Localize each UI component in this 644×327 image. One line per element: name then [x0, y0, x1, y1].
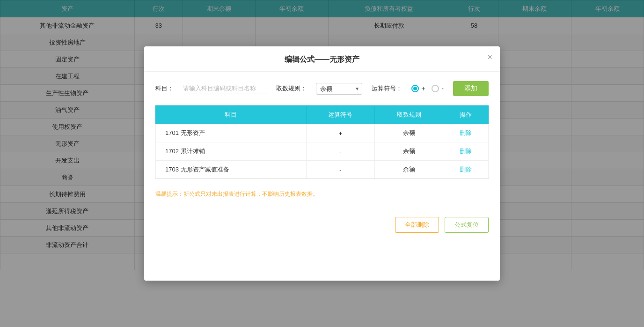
formula-subject: 1702 累计摊销 — [156, 142, 307, 161]
operator-minus-circle — [432, 85, 439, 92]
th-subject: 科目 — [156, 106, 307, 124]
modal-dialog: 编辑公式——无形资产 × 科目： 取数规则： 余额 借方发生额 贷方发生额 ▼ … — [144, 46, 500, 281]
tip-prefix: 温馨提示： — [155, 191, 183, 197]
add-button[interactable]: 添加 — [453, 81, 489, 96]
th-operator: 运算符号 — [306, 106, 374, 124]
th-rule: 取数规则 — [375, 106, 443, 124]
reset-formula-button[interactable]: 公式复位 — [445, 217, 489, 233]
delete-row-button[interactable]: 删除 — [460, 165, 472, 174]
formula-table-head: 科目 运算符号 取数规则 操作 — [156, 106, 489, 124]
operator-label: 运算符号： — [372, 84, 402, 93]
modal-title: 编辑公式——无形资产 — [285, 55, 359, 63]
subject-input[interactable] — [183, 83, 267, 94]
tip-content: 新公式只对未出报表进行计算，不影响历史报表数据。 — [183, 191, 318, 197]
formula-action: 删除 — [443, 161, 489, 179]
modal-body: 科目： 取数规则： 余额 借方发生额 贷方发生额 ▼ 运算符号： — [144, 72, 500, 212]
th-action: 操作 — [443, 106, 489, 124]
rule-select-container: 余额 借方发生额 贷方发生额 ▼ — [316, 83, 362, 95]
rule-label: 取数规则： — [276, 84, 307, 93]
operator-minus-label: - — [441, 85, 444, 92]
operator-plus-dot — [413, 87, 417, 90]
rule-select[interactable]: 余额 借方发生额 贷方发生额 — [316, 83, 362, 95]
form-row: 科目： 取数规则： 余额 借方发生额 贷方发生额 ▼ 运算符号： — [155, 81, 489, 96]
formula-table-header-row: 科目 运算符号 取数规则 操作 — [156, 106, 489, 124]
formula-operator: + — [306, 124, 374, 142]
subject-label: 科目： — [155, 84, 174, 93]
formula-table: 科目 运算符号 取数规则 操作 1701 无形资产+余额删除1702 累计摊销-… — [155, 105, 489, 179]
formula-operator: - — [306, 142, 374, 161]
formula-row: 1701 无形资产+余额删除 — [156, 124, 489, 142]
delete-all-button[interactable]: 全部删除 — [395, 217, 439, 233]
operator-plus-label: + — [421, 85, 425, 92]
formula-subject: 1701 无形资产 — [156, 124, 307, 142]
modal-header: 编辑公式——无形资产 × — [144, 46, 500, 72]
formula-rule: 余额 — [375, 161, 443, 179]
formula-rule: 余额 — [375, 142, 443, 161]
operator-minus-radio[interactable]: - — [432, 85, 444, 92]
tip-text: 温馨提示：新公式只对未出报表进行计算，不影响历史报表数据。 — [155, 190, 489, 198]
modal-overlay: 编辑公式——无形资产 × 科目： 取数规则： 余额 借方发生额 贷方发生额 ▼ … — [0, 0, 644, 327]
delete-row-button[interactable]: 删除 — [460, 129, 472, 137]
modal-close-button[interactable]: × — [487, 53, 492, 61]
formula-row: 1703 无形资产减值准备-余额删除 — [156, 161, 489, 179]
formula-action: 删除 — [443, 142, 489, 161]
formula-action: 删除 — [443, 124, 489, 142]
operator-plus-radio[interactable]: + — [411, 85, 425, 92]
delete-row-button[interactable]: 删除 — [460, 147, 472, 156]
operator-plus-circle — [411, 85, 419, 92]
formula-rule: 余额 — [375, 124, 443, 142]
operator-radio-group: + - — [411, 85, 444, 92]
modal-footer: 全部删除 公式复位 — [144, 212, 500, 242]
formula-row: 1702 累计摊销-余额删除 — [156, 142, 489, 161]
formula-subject: 1703 无形资产减值准备 — [156, 161, 307, 179]
formula-table-body: 1701 无形资产+余额删除1702 累计摊销-余额删除1703 无形资产减值准… — [156, 124, 489, 179]
formula-operator: - — [306, 161, 374, 179]
